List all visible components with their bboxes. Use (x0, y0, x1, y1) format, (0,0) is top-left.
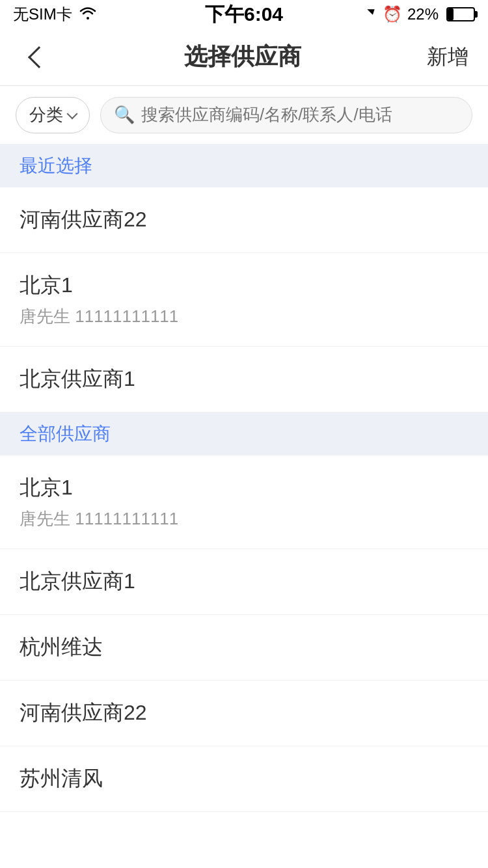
item-name: 北京1 (20, 474, 468, 502)
nav-bar: 选择供应商 新增 (0, 29, 488, 86)
list-item[interactable]: 北京1唐先生 11111111111 (0, 455, 488, 549)
category-label: 分类 (29, 103, 63, 126)
category-button[interactable]: 分类 (16, 97, 90, 133)
item-name: 苏州清风 (20, 765, 468, 793)
recent-section-label: 最近选择 (20, 154, 92, 178)
all-section-header: 全部供应商 (0, 413, 488, 455)
battery-fill (448, 8, 454, 20)
all-list: 北京1唐先生 11111111111北京供应商1杭州维达河南供应商22苏州清风 (0, 455, 488, 812)
item-name: 北京供应商1 (20, 567, 468, 596)
battery-percent: 22% (407, 5, 439, 23)
list-item[interactable]: 河南供应商22 (0, 187, 488, 253)
item-name: 河南供应商22 (20, 206, 468, 234)
sim-status: 无SIM卡 (13, 4, 72, 25)
item-name: 河南供应商22 (20, 699, 468, 727)
status-right: ⏰ 22% (364, 5, 475, 23)
search-input[interactable] (141, 105, 459, 125)
item-name: 北京1 (20, 271, 468, 300)
search-icon: 🔍 (114, 105, 135, 125)
status-bar: 无SIM卡 下午6:04 ⏰ 22% (0, 0, 488, 29)
wifi-icon (79, 5, 97, 23)
chevron-down-icon (67, 108, 78, 119)
filter-bar: 分类 🔍 (0, 86, 488, 144)
item-name: 杭州维达 (20, 633, 468, 662)
all-section-label: 全部供应商 (20, 422, 111, 446)
list-item[interactable]: 北京1唐先生 11111111111 (0, 253, 488, 347)
recent-section-header: 最近选择 (0, 144, 488, 187)
back-icon (28, 46, 50, 68)
recent-list: 河南供应商22北京1唐先生 11111111111北京供应商1 (0, 187, 488, 413)
item-name: 北京供应商1 (20, 365, 468, 394)
list-item[interactable]: 北京供应商1 (0, 549, 488, 615)
battery-icon (446, 7, 475, 21)
page-title: 选择供应商 (184, 41, 301, 73)
list-item[interactable]: 北京供应商1 (0, 347, 488, 413)
status-left: 无SIM卡 (13, 4, 97, 25)
back-button[interactable] (20, 38, 59, 77)
location-icon (364, 5, 377, 23)
status-time: 下午6:04 (205, 1, 283, 28)
alarm-icon: ⏰ (383, 5, 402, 23)
list-item[interactable]: 河南供应商22 (0, 681, 488, 746)
item-detail: 唐先生 11111111111 (20, 508, 468, 530)
search-bar: 🔍 (100, 97, 472, 133)
list-item[interactable]: 苏州清风 (0, 746, 488, 812)
list-item[interactable]: 杭州维达 (0, 615, 488, 681)
add-button[interactable]: 新增 (427, 43, 468, 72)
item-detail: 唐先生 11111111111 (20, 305, 468, 328)
